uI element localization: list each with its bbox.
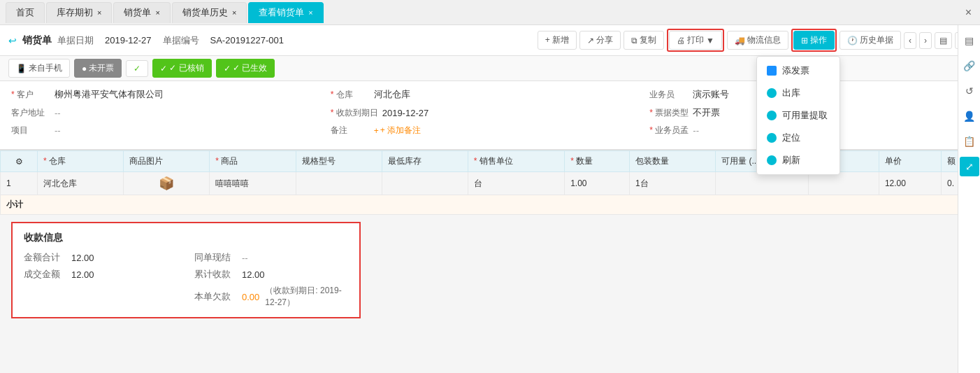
- operations-button[interactable]: ⊞ 操作: [793, 31, 835, 50]
- tab-sales-close[interactable]: ×: [155, 8, 159, 17]
- cumulative-row: 累计收款 12.00: [194, 268, 348, 281]
- dropdown-available-extract[interactable]: 可用量提取: [757, 104, 840, 127]
- not-open-button[interactable]: ● 未开票: [74, 59, 122, 78]
- from-phone-button[interactable]: 📱 来自手机: [8, 59, 70, 78]
- view1-button[interactable]: ▤: [935, 32, 952, 49]
- staff-value: 演示账号: [693, 88, 729, 101]
- customer-group: 客户 柳州粤港平安气体有限公司: [11, 88, 331, 101]
- dropdown-out-warehouse[interactable]: 出库: [757, 82, 840, 104]
- subtotal-row: 小计: [1, 195, 980, 215]
- add-invoice-label: 添发票: [782, 64, 809, 77]
- warehouse-group: 仓库 河北仓库: [331, 88, 650, 101]
- not-open-icon: ●: [82, 64, 87, 73]
- th-min-stock: 最低库存: [382, 151, 468, 172]
- print-dropdown-icon: ▼: [706, 36, 714, 45]
- dropdown-refresh[interactable]: 刷新: [757, 149, 840, 171]
- row-pack-qty: 1台: [630, 172, 716, 195]
- doc-icon: ↩: [8, 35, 17, 46]
- add-note-button[interactable]: + + 添加备注: [374, 125, 421, 136]
- row-min-stock: [382, 172, 468, 195]
- locate-icon: [767, 133, 777, 143]
- deal-amount-row: 成交金额 12.00: [24, 268, 178, 281]
- new-button[interactable]: + 新增: [538, 31, 577, 50]
- tab-inventory[interactable]: 库存期初 ×: [46, 2, 112, 23]
- due-label: 收款到期日: [331, 107, 378, 119]
- tab-inventory-label: 库存期初: [57, 6, 93, 19]
- phone-icon: 📱: [16, 64, 27, 73]
- row-price: 12.00: [879, 172, 941, 195]
- print-button[interactable]: 🖨 打印 ▼: [669, 31, 722, 50]
- same-order-value: --: [242, 253, 248, 263]
- print-highlight-box: 🖨 打印 ▼: [667, 29, 724, 52]
- current-due-label: 本单欠款: [194, 290, 236, 303]
- no-label: 单据编号: [163, 34, 199, 47]
- warehouse-label: 仓库: [331, 89, 370, 101]
- tab-sales-label: 销货单: [124, 6, 151, 19]
- next-button[interactable]: ›: [919, 32, 932, 49]
- window-close-icon[interactable]: ×: [965, 6, 972, 19]
- copy-button-label: 复制: [640, 34, 656, 46]
- row-product: 嘻嘻嘻嘻: [210, 172, 296, 195]
- toolbar: ↩ 销货单 单据日期 2019-12-27 单据编号 SA-20191227-0…: [0, 25, 980, 56]
- history-button-label: 历史单据: [860, 34, 893, 46]
- operations-icon: ⊞: [801, 36, 808, 45]
- verified-button[interactable]: ✓ ✓ 已核销: [152, 59, 211, 78]
- effective-button[interactable]: ✓ ✓ 已生效: [216, 59, 275, 78]
- deal-amount-value: 12.00: [71, 269, 94, 280]
- tab-history[interactable]: 销货单历史 ×: [172, 2, 247, 23]
- amount-total-label: 金额合计: [24, 251, 66, 264]
- copy-icon: ⧉: [631, 36, 637, 45]
- dropdown-locate[interactable]: 定位: [757, 127, 840, 149]
- sidebar-icon-grid[interactable]: ▤: [960, 31, 979, 50]
- add-invoice-icon: [767, 66, 777, 76]
- payment-grid: 金额合计 12.00 同单现结 -- 成交金额 12.00 累计收款 12.00: [24, 251, 348, 309]
- same-order-label: 同单现结: [194, 251, 236, 264]
- tab-inventory-close[interactable]: ×: [97, 8, 101, 17]
- tab-view-sales[interactable]: 查看销货单 ×: [248, 2, 323, 23]
- date-value: 2019-12-27: [105, 35, 152, 45]
- ticket-label: 票据类型: [649, 107, 689, 119]
- table-row: 1 河北仓库 📦 嘻嘻嘻嘻 台 1.00 1台: [1, 172, 980, 195]
- subtotal-label: 小计: [1, 195, 980, 215]
- th-image: 商品图片: [124, 151, 210, 172]
- sidebar-icon-clipboard[interactable]: 📋: [960, 132, 979, 151]
- sidebar-icon-refresh[interactable]: ↺: [960, 81, 979, 101]
- tab-history-close[interactable]: ×: [232, 8, 236, 17]
- prev-button[interactable]: ‹: [904, 32, 916, 49]
- th-unit: 销售单位: [468, 151, 564, 172]
- tab-sales[interactable]: 销货单 ×: [113, 2, 170, 23]
- toolbar-right: + 新增 ↗ 分享 ⧉ 复制 🖨 打印 ▼: [538, 29, 972, 52]
- out-warehouse-icon: [767, 88, 777, 98]
- logistics-button[interactable]: 🚚 物流信息: [727, 31, 788, 50]
- amount-total-row: 金额合计 12.00: [24, 251, 178, 264]
- dropdown-add-invoice[interactable]: 添发票: [757, 59, 840, 82]
- row-available: [716, 172, 809, 195]
- payment-title: 收款信息: [24, 232, 348, 244]
- verified-icon: ✓: [160, 64, 167, 73]
- right-sidebar: ▤ 🔗 ↺ 👤 📋 ⤢: [958, 25, 980, 373]
- effective-label: ✓ 已生效: [233, 62, 267, 74]
- available-extract-icon: [767, 111, 777, 120]
- staff2-label: 业务员孟: [649, 125, 689, 136]
- address-group: 客户地址 --: [11, 107, 331, 119]
- row-unit: 台: [468, 172, 564, 195]
- tab-view-sales-label: 查看销货单: [259, 6, 304, 19]
- sidebar-icon-expand[interactable]: ⤢: [960, 157, 979, 176]
- tab-home[interactable]: 首页: [6, 2, 45, 23]
- cumulative-label: 累计收款: [194, 268, 236, 281]
- tab-view-sales-close[interactable]: ×: [308, 8, 312, 17]
- customer-label: 客户: [11, 89, 50, 101]
- th-qty: 数量: [565, 151, 630, 172]
- sidebar-icon-user[interactable]: 👤: [960, 106, 979, 126]
- customer-value: 柳州粤港平安气体有限公司: [55, 88, 164, 101]
- share-button[interactable]: ↗ 分享: [579, 31, 621, 50]
- amount-total-value: 12.00: [71, 253, 94, 263]
- cumulative-value: 12.00: [242, 269, 265, 280]
- history-button[interactable]: 🕐 历史单据: [840, 31, 901, 50]
- copy-button[interactable]: ⧉ 复制: [624, 31, 664, 50]
- confirm-check[interactable]: ✓: [126, 60, 148, 77]
- address-value: --: [55, 108, 61, 118]
- sidebar-icon-link[interactable]: 🔗: [960, 56, 979, 76]
- th-product: 商品: [210, 151, 296, 172]
- prev-icon: ‹: [909, 36, 911, 45]
